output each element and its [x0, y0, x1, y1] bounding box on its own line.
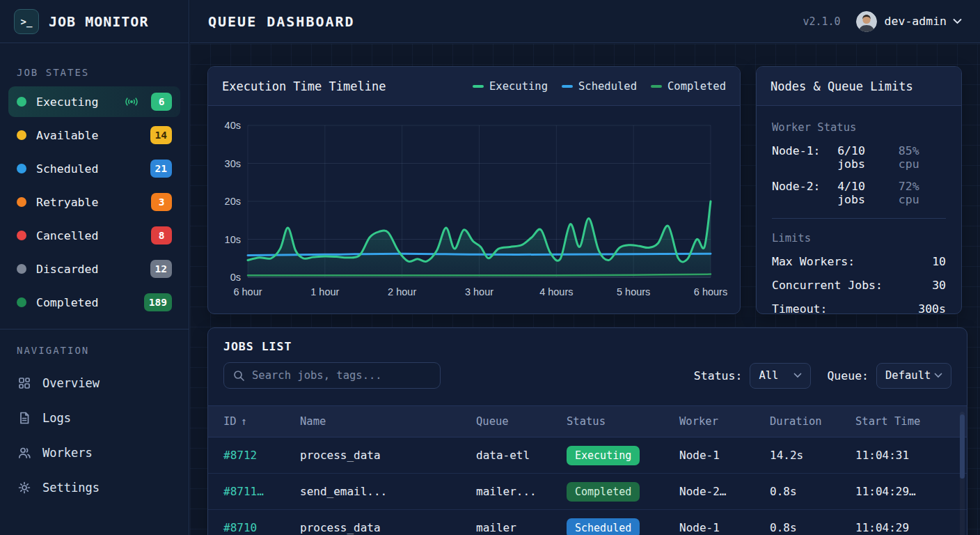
chart-legend: Executing Scheduled Completed: [473, 80, 726, 93]
svg-text:30s: 30s: [225, 158, 241, 169]
limit-value: 300s: [918, 302, 946, 316]
status-filter-select[interactable]: All: [750, 363, 811, 389]
svg-text:0s: 0s: [230, 272, 241, 283]
sidebar-item-overview[interactable]: Overview: [0, 366, 189, 401]
users-icon: [17, 446, 31, 460]
legend-label: Completed: [667, 80, 726, 93]
chevron-down-icon[interactable]: [953, 18, 962, 24]
job-queue: data-etl: [476, 449, 567, 462]
svg-text:2 hour: 2 hour: [388, 286, 416, 297]
column-header-worker[interactable]: Worker: [679, 415, 770, 428]
state-label: Cancelled: [36, 229, 141, 242]
sidebar-item-settings[interactable]: Settings: [0, 470, 189, 505]
queue-filter-label: Queue:: [827, 369, 869, 382]
sidebar-state-cancelled[interactable]: Cancelled 8: [8, 220, 180, 251]
version-badge: v2.1.0: [803, 15, 840, 28]
sidebar-state-discarded[interactable]: Discarded 12: [8, 254, 180, 284]
limit-label: Max Workers:: [772, 255, 855, 268]
legend-item-completed: Completed: [651, 80, 726, 93]
state-dot: [17, 197, 26, 207]
limits-panel-header: Nodes & Queue Limits: [757, 67, 961, 106]
legend-label: Scheduled: [578, 80, 637, 93]
job-states-list: Executing 6 Available 14 Scheduled 21 Re…: [0, 86, 189, 318]
main-content: Execution Time Timeline Executing Schedu…: [190, 44, 980, 535]
search-input[interactable]: [252, 369, 431, 382]
column-header-status[interactable]: Status: [567, 415, 679, 428]
search-icon: [233, 370, 245, 382]
state-count-badge: 8: [151, 226, 172, 245]
sidebar-state-scheduled[interactable]: Scheduled 21: [8, 153, 180, 184]
status-badge: Scheduled: [567, 518, 640, 535]
state-count-badge: 21: [150, 160, 172, 178]
state-label: Discarded: [36, 263, 141, 276]
jobs-list-panel: JOBS LIST Status: All: [207, 327, 967, 535]
sidebar-state-executing[interactable]: Executing 6: [8, 86, 180, 117]
user-menu-name[interactable]: dev-admin: [885, 15, 947, 28]
top-header: QUEUE DASHBOARD v2.1.0 dev-admin: [190, 0, 980, 43]
svg-text:5 hours: 5 hours: [617, 286, 650, 297]
search-box[interactable]: [223, 362, 441, 389]
document-icon: [17, 411, 31, 425]
job-id-link[interactable]: #8712: [223, 449, 300, 462]
state-label: Scheduled: [36, 162, 141, 176]
jobs-table-header: ID↑ Name Queue Status Worker Duration St…: [208, 405, 967, 437]
node-name: Node-2:: [772, 180, 837, 193]
column-header-name[interactable]: Name: [300, 415, 476, 428]
job-id-link[interactable]: #8710: [223, 521, 300, 534]
node-jobs: 6/10 jobs: [837, 144, 899, 171]
limit-row: Concurrent Jobs: 30: [772, 279, 946, 292]
limits-panel-title: Nodes & Queue Limits: [770, 79, 913, 93]
state-count-badge: 6: [151, 93, 172, 111]
job-queue: mailer: [476, 521, 567, 534]
job-name: process_data: [300, 521, 476, 534]
queue-filter-select[interactable]: Default: [876, 363, 951, 389]
state-dot: [17, 264, 26, 274]
navigation-list: Overview Logs Workers Settings: [0, 366, 189, 505]
job-duration: 0.8s: [770, 485, 855, 498]
node-cpu: 85% cpu: [899, 144, 946, 171]
state-label: Completed: [36, 296, 134, 309]
limit-row: Max Workers: 10: [772, 255, 946, 268]
sidebar-state-completed[interactable]: Completed 189: [8, 287, 180, 318]
sidebar-state-available[interactable]: Available 14: [8, 120, 180, 150]
job-states-section-label: JOB STATES: [0, 43, 189, 78]
job-duration: 14.2s: [770, 449, 855, 462]
legend-label: Executing: [489, 80, 548, 93]
job-start-time: 11:04:29…: [855, 485, 951, 498]
grid-icon: [17, 376, 31, 390]
live-broadcast-icon: [123, 96, 140, 107]
scrollbar-thumb[interactable]: [960, 414, 965, 479]
column-header-duration[interactable]: Duration: [770, 415, 855, 428]
state-label: Available: [36, 129, 141, 142]
worker-status-label: Worker Status: [772, 121, 946, 134]
sidebar-item-workers[interactable]: Workers: [0, 435, 189, 470]
chevron-down-icon: [934, 373, 942, 378]
table-row[interactable]: #8712 process_data data-etl Executing No…: [208, 437, 967, 474]
sidebar-item-logs[interactable]: Logs: [0, 401, 189, 435]
state-label: Executing: [36, 95, 113, 109]
svg-text:20s: 20s: [225, 196, 241, 207]
state-dot: [17, 97, 26, 107]
table-row[interactable]: #8710 process_data mailer Scheduled Node…: [208, 510, 967, 535]
avatar[interactable]: [856, 11, 877, 32]
column-header-queue[interactable]: Queue: [476, 415, 567, 428]
status-filter-value: All: [759, 369, 778, 382]
state-dot: [17, 164, 26, 173]
svg-text:6 hour: 6 hour: [233, 286, 262, 297]
node-cpu: 72% cpu: [899, 180, 946, 206]
state-dot: [17, 231, 26, 240]
legend-swatch: [473, 85, 484, 88]
legend-item-executing: Executing: [473, 80, 548, 93]
state-count-badge: 12: [150, 260, 172, 278]
legend-swatch: [651, 85, 662, 88]
jobs-table: ID↑ Name Queue Status Worker Duration St…: [208, 405, 967, 535]
job-start-time: 11:04:31: [855, 449, 951, 462]
sidebar-state-retryable[interactable]: Retryable 3: [8, 187, 180, 217]
column-header-id[interactable]: ID↑: [223, 415, 300, 428]
sort-arrow-icon: ↑: [241, 415, 247, 428]
column-header-start-time[interactable]: Start Time: [855, 415, 951, 428]
table-scrollbar[interactable]: [960, 412, 965, 535]
job-id-link[interactable]: #8711…: [223, 485, 300, 498]
table-row[interactable]: #8711… send_email... mailer... Completed…: [208, 474, 967, 510]
job-start-time: 11:04:29: [855, 521, 951, 534]
